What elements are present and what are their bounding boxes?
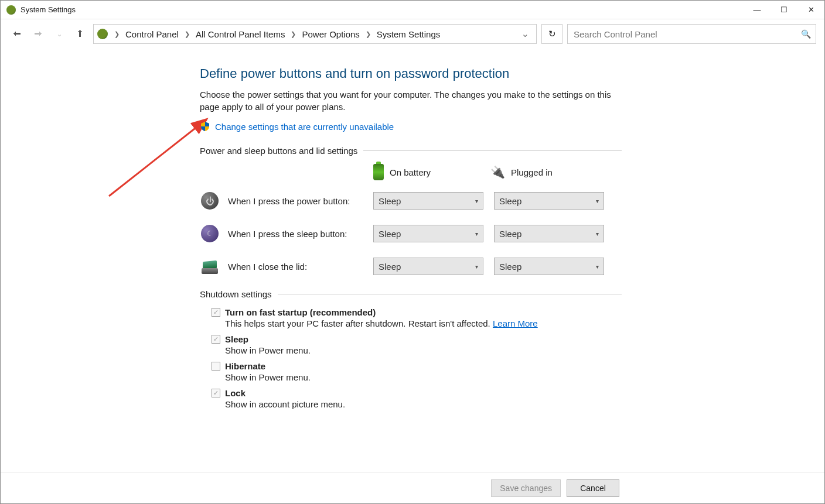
window-controls: — ☐ ✕ <box>744 1 824 19</box>
chevron-icon: ❯ <box>112 30 121 38</box>
hibernate-label: Hibernate <box>225 361 265 371</box>
learn-more-link[interactable]: Learn More <box>493 318 538 328</box>
chevron-icon: ❯ <box>364 30 373 38</box>
row-close-lid: When I close the lid: Sleep▾ Sleep▾ <box>200 256 622 276</box>
hibernate-desc: Show in Power menu. <box>225 372 622 382</box>
power-button-icon: ⏻ <box>200 191 220 211</box>
power-button-battery-select[interactable]: Sleep▾ <box>373 192 483 210</box>
option-sleep: Sleep Show in Power menu. <box>212 334 622 355</box>
fast-startup-checkbox[interactable] <box>212 308 220 317</box>
lid-plugged-select[interactable]: Sleep▾ <box>494 258 604 275</box>
minimize-button[interactable]: — <box>744 1 771 19</box>
lock-desc: Show in account picture menu. <box>225 399 622 409</box>
lid-icon <box>200 256 220 276</box>
option-hibernate: Hibernate Show in Power menu. <box>212 361 622 382</box>
page-heading: Define power buttons and turn on passwor… <box>200 66 622 81</box>
svg-line-0 <box>109 120 206 196</box>
hibernate-checkbox[interactable] <box>212 362 220 371</box>
divider <box>278 294 622 294</box>
page-description: Choose the power settings that you want … <box>200 88 622 113</box>
up-button[interactable]: 🠩 <box>72 26 88 42</box>
row-sleep-button: ☾ When I press the sleep button: Sleep▾ … <box>200 224 622 244</box>
address-dropdown[interactable]: ⌄ <box>518 29 533 39</box>
column-on-battery: On battery <box>373 164 490 180</box>
recent-locations-button[interactable]: ⌄ <box>51 26 67 42</box>
fast-startup-desc: This helps start your PC faster after sh… <box>225 318 493 328</box>
sleep-label: Sleep <box>225 334 248 344</box>
window-titlebar: System Settings — ☐ ✕ <box>1 1 824 19</box>
sleep-checkbox[interactable] <box>212 335 220 344</box>
column-plugged-in: 🔌 Plugged in <box>490 165 608 179</box>
lid-battery-select[interactable]: Sleep▾ <box>373 258 483 275</box>
section-shutdown-settings: Shutdown settings <box>200 289 622 299</box>
sleep-button-battery-select[interactable]: Sleep▾ <box>373 225 483 242</box>
close-button[interactable]: ✕ <box>797 1 824 19</box>
search-box[interactable]: 🔍 <box>567 24 816 44</box>
breadcrumb-item[interactable]: All Control Panel Items <box>194 29 287 39</box>
chevron-icon: ❯ <box>183 30 192 38</box>
breadcrumb-item[interactable]: System Settings <box>375 29 442 39</box>
lock-checkbox[interactable] <box>212 389 220 397</box>
address-bar[interactable]: ❯ Control Panel ❯ All Control Panel Item… <box>93 24 537 44</box>
footer: Save changes Cancel <box>1 472 824 503</box>
search-icon: 🔍 <box>801 29 811 39</box>
option-fast-startup: Turn on fast startup (recommended) This … <box>212 307 622 328</box>
app-icon <box>6 5 16 15</box>
breadcrumb-item[interactable]: Control Panel <box>124 29 180 39</box>
lock-label: Lock <box>225 388 246 398</box>
sleep-button-plugged-select[interactable]: Sleep▾ <box>494 225 604 242</box>
sleep-button-icon: ☾ <box>200 224 220 244</box>
content-area: Define power buttons and turn on passwor… <box>1 49 824 472</box>
window-title: System Settings <box>21 5 76 14</box>
plug-icon: 🔌 <box>490 165 505 179</box>
breadcrumb-item[interactable]: Power Options <box>300 29 361 39</box>
change-unavailable-settings-link[interactable]: Change settings that are currently unava… <box>215 122 394 132</box>
shield-icon <box>200 121 210 132</box>
row-label: When I press the power button: <box>228 196 373 206</box>
sleep-desc: Show in Power menu. <box>225 345 622 355</box>
section-power-buttons: Power and sleep buttons and lid settings <box>200 146 622 156</box>
cancel-button[interactable]: Cancel <box>567 479 619 497</box>
back-button[interactable]: 🠨 <box>9 26 25 42</box>
nav-bar: 🠨 🠪 ⌄ 🠩 ❯ Control Panel ❯ All Control Pa… <box>1 19 824 49</box>
row-label: When I close the lid: <box>228 262 373 272</box>
maximize-button[interactable]: ☐ <box>771 1 797 19</box>
option-lock: Lock Show in account picture menu. <box>212 388 622 409</box>
divider <box>363 150 622 151</box>
annotation-arrow <box>103 114 214 202</box>
chevron-icon: ❯ <box>289 30 298 38</box>
search-input[interactable] <box>572 29 801 40</box>
fast-startup-label: Turn on fast startup (recommended) <box>225 307 376 317</box>
column-headers: On battery 🔌 Plugged in <box>200 164 622 180</box>
uac-link-row: Change settings that are currently unava… <box>200 121 622 132</box>
row-power-button: ⏻ When I press the power button: Sleep▾ … <box>200 191 622 211</box>
save-changes-button[interactable]: Save changes <box>491 479 561 497</box>
refresh-button[interactable]: ↻ <box>541 24 562 44</box>
power-button-plugged-select[interactable]: Sleep▾ <box>494 192 604 210</box>
forward-button[interactable]: 🠪 <box>30 26 46 42</box>
battery-icon <box>373 164 384 180</box>
location-icon <box>97 29 108 39</box>
row-label: When I press the sleep button: <box>228 229 373 239</box>
